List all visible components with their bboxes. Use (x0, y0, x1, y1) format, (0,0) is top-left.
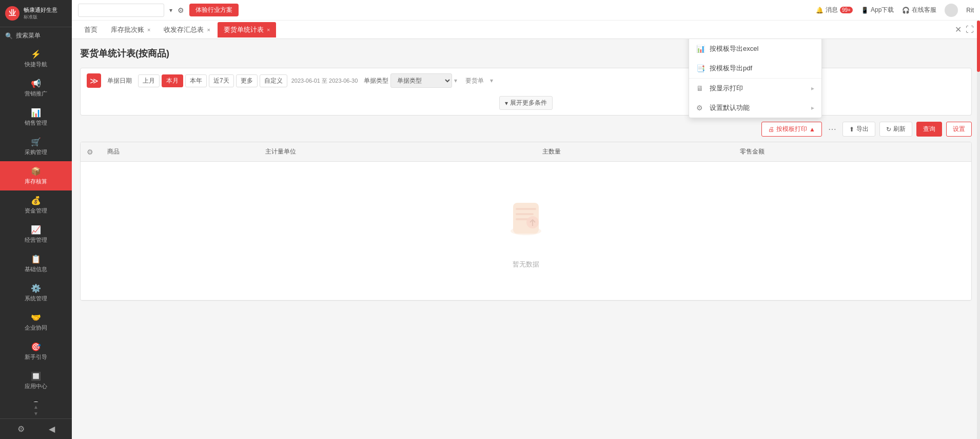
messages-button[interactable]: 🔔 消息 99+ (816, 6, 853, 14)
topbar-search-input[interactable] (78, 4, 164, 17)
marketing-label: 营销推广 (25, 90, 47, 98)
yaohuodan-label: 要货单 (465, 77, 484, 85)
tab-inventory-batch-close[interactable]: × (147, 27, 150, 33)
sales-icon: 📊 (31, 108, 41, 118)
order-type-arrow: ▾ (454, 77, 457, 84)
date-btn-7days[interactable]: 近7天 (209, 74, 234, 87)
refresh-button[interactable]: ↻ 刷新 (879, 122, 912, 137)
filter-expand-button[interactable]: ≫ (87, 73, 101, 88)
dropdown-set-default[interactable]: ⚙ 设置默认功能 ▸ (689, 98, 821, 118)
date-options-group: 上月 本月 本年 近7天 更多 自定义 2023-06-01 至 2023-06… (138, 74, 358, 87)
tab-order-stats[interactable]: 要货单统计表 × (218, 22, 276, 37)
sidebar-item-guide[interactable]: 🎯 新手引导 (0, 337, 72, 366)
sidebar-item-apps[interactable]: 🔲 应用中心 (0, 366, 72, 395)
service-icon: 🎧 (902, 7, 910, 14)
query-button[interactable]: 查询 (916, 122, 942, 137)
yaohuodan-arrow: ▾ (490, 77, 493, 84)
empty-svg (500, 193, 552, 244)
search-menu[interactable]: 🔍 搜索菜单 (0, 27, 72, 44)
tabbar: 首页 库存批次账 × 收发存汇总表 × 要货单统计表 × ✕ ⛶ (72, 21, 980, 39)
set-default-arrow: ▸ (811, 104, 814, 111)
operations-label: 经营管理 (25, 236, 47, 244)
expand-down-icon: ▾ (505, 100, 508, 107)
order-type-select[interactable]: 单据类型 (390, 73, 452, 88)
date-btn-last-month[interactable]: 上月 (138, 74, 160, 87)
template-excel-icon: 📊 (696, 45, 704, 53)
app-download-button[interactable]: 📱 App下载 (861, 6, 894, 14)
th-product: 商品 (101, 142, 259, 162)
collapse-icon[interactable]: ◀ (49, 424, 55, 434)
online-service-button[interactable]: 🎧 在线客服 (902, 6, 936, 14)
sidebar-item-collab[interactable]: 🤝 企业协同 (0, 308, 72, 337)
empty-state-icon (500, 193, 552, 254)
tab-receivables-summary-close[interactable]: × (207, 27, 210, 33)
date-btn-custom[interactable]: 自定义 (260, 74, 287, 87)
tab-order-stats-label: 要货单统计表 (224, 25, 264, 34)
set-default-label: 设置默认功能 (710, 103, 750, 112)
sales-label: 销售管理 (25, 119, 47, 127)
date-btn-this-month[interactable]: 本月 (162, 74, 183, 87)
date-btn-this-year[interactable]: 本年 (185, 74, 207, 87)
sidebar-item-inventory[interactable]: 📦 库存核算 (0, 161, 72, 190)
filter-bar: ≫ 单据日期 上月 本月 本年 近7天 更多 自定义 2023-06-01 至 … (80, 68, 972, 116)
finance-label: 资金管理 (25, 207, 47, 215)
topbar: ▾ ⚙ 体验行业方案 🔔 消息 99+ 📱 App下载 🎧 在线客服 Rit (72, 0, 980, 21)
dropdown-template-excel[interactable]: 📊 按模板导出excel (689, 39, 821, 59)
dropdown-template-pdf[interactable]: 📑 按模板导出pdf (689, 59, 821, 78)
sidebar-item-basic[interactable]: 📋 基础信息 (0, 249, 72, 278)
close-window-icon[interactable]: ✕ (955, 25, 962, 34)
sidebar-item-sales[interactable]: 📊 销售管理 (0, 103, 72, 132)
sidebar-item-quick-nav[interactable]: ⚡ 快捷导航 (0, 44, 72, 73)
tab-receivables-summary[interactable]: 收发存汇总表 × (158, 22, 216, 37)
th-settings-icon[interactable]: ⚙ (87, 148, 93, 156)
sidebar-item-purchase[interactable]: 🛒 采购管理 (0, 132, 72, 161)
right-scrollbar-track[interactable] (977, 39, 980, 439)
tab-inventory-batch[interactable]: 库存批次账 × (105, 22, 156, 37)
empty-state-text: 暂无数据 (513, 260, 539, 269)
toolbar-more-icon[interactable]: ⋯ (826, 124, 838, 134)
finance-icon: 💰 (31, 196, 41, 205)
logo-area: 业 畅康通好生意 标准版 (0, 0, 72, 27)
th-retail-amount: 零售金额 (734, 142, 971, 162)
search-label: 搜索菜单 (16, 31, 41, 40)
guide-label: 新手引导 (25, 353, 47, 361)
scroll-down-arrow[interactable]: ▼ (33, 411, 38, 416)
tab-home[interactable]: 首页 (78, 22, 104, 37)
apps-icon: 🔲 (31, 371, 41, 381)
table-row: 暂无数据 (81, 162, 971, 300)
sidebar-item-wechat[interactable]: 💬 企业微信 (0, 395, 72, 402)
print-template-button[interactable]: 🖨 按模板打印 ▲ (761, 122, 822, 137)
guide-icon: 🎯 (31, 342, 41, 352)
topbar-dropdown-arrow[interactable]: ▾ (169, 7, 172, 14)
print-dropdown-container: 🖨 按模板打印 ▲ 🖨 按模板打印 ▲ 📄 当前：要 (761, 122, 822, 137)
tab-order-stats-close[interactable]: × (267, 27, 270, 33)
settings-button[interactable]: 设置 (946, 122, 972, 137)
avatar[interactable] (945, 4, 958, 17)
tab-expand-icon[interactable]: ✕ ⛶ (955, 25, 974, 34)
sidebar-item-system[interactable]: ⚙️ 系统管理 (0, 278, 72, 308)
sidebar-scrollbar-arrows: ▲ ▼ (0, 402, 72, 418)
scroll-up-arrow[interactable]: ▲ (33, 404, 38, 410)
expand-more-button[interactable]: ▾ 展开更多条件 (499, 96, 553, 110)
app-name: 畅康通好生意 (24, 6, 57, 13)
date-btn-more[interactable]: 更多 (236, 74, 258, 87)
settings-bottom-icon[interactable]: ⚙ (17, 424, 25, 434)
search-icon: 🔍 (5, 32, 13, 40)
display-print-label: 按显示打印 (710, 84, 743, 93)
collab-icon: 🤝 (31, 313, 41, 322)
date-label: 单据日期 (107, 77, 132, 85)
dropdown-display-print[interactable]: 🖥 按显示打印 ▸ (689, 79, 821, 98)
sidebar-item-operations[interactable]: 📈 经营管理 (0, 220, 72, 249)
sidebar-item-finance[interactable]: 💰 资金管理 (0, 190, 72, 220)
right-scrollbar-thumb[interactable] (977, 39, 980, 72)
export-button[interactable]: ⬆ 导出 (842, 122, 875, 137)
date-range-display: 2023-06-01 至 2023-06-30 (291, 77, 358, 85)
marketing-icon: 📢 (31, 79, 41, 88)
sidebar-item-marketing[interactable]: 📢 营销推广 (0, 73, 72, 103)
sidebar: 业 畅康通好生意 标准版 🔍 搜索菜单 ⚡ 快捷导航 📢 营销推广 📊 销售管理… (0, 0, 72, 439)
industry-solution-button[interactable]: 体验行业方案 (189, 4, 239, 16)
maximize-window-icon[interactable]: ⛶ (966, 25, 974, 34)
topbar-gear-icon[interactable]: ⚙ (178, 6, 184, 14)
template-pdf-label: 按模板导出pdf (710, 64, 752, 73)
th-product-label: 商品 (107, 148, 120, 155)
